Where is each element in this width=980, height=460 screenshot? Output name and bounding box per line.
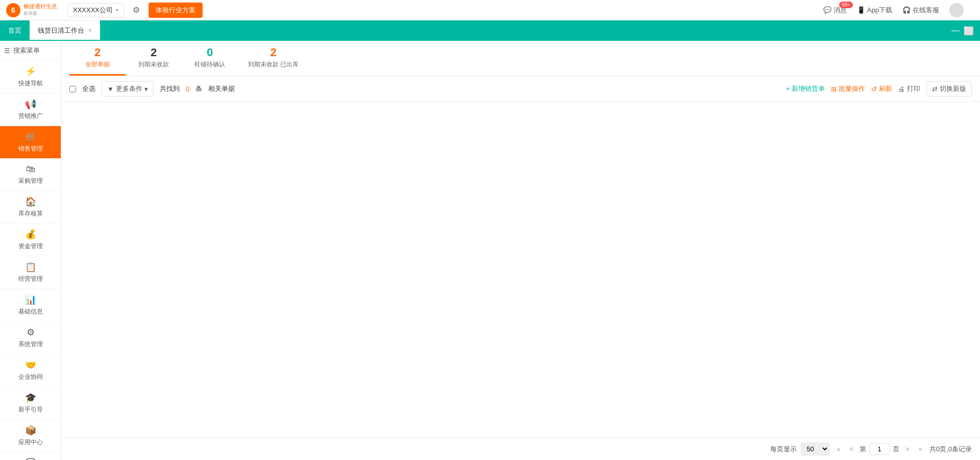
guide-icon: 🎓: [25, 392, 36, 403]
app-download-item[interactable]: 📱 App下载: [857, 6, 892, 15]
avatar[interactable]: [949, 3, 964, 17]
sidebar-item-enterprise[interactable]: 🤝 企业协同: [0, 354, 61, 387]
trial-button[interactable]: 体验行业方案: [149, 3, 203, 18]
purchase-label: 采购管理: [18, 177, 43, 185]
wechat-icon: 💬: [25, 457, 36, 460]
tab-bar-right: — ⬜: [951, 26, 980, 36]
tab-active[interactable]: 钱货日清工作台 ×: [30, 20, 100, 41]
message-badge: 99+: [839, 2, 853, 8]
next-page-btn[interactable]: >: [902, 444, 913, 454]
sidebar-item-finance[interactable]: 💰 资金管理: [0, 224, 61, 256]
switch-btn[interactable]: ⇄ 切换新版: [926, 81, 972, 96]
table-area: [61, 102, 980, 438]
online-service-label: 在线客服: [913, 6, 939, 15]
tab-minimize-btn[interactable]: —: [951, 26, 960, 35]
inventory-icon: 🏠: [25, 196, 36, 207]
stat-num-all: 2: [94, 46, 101, 59]
enterprise-label: 企业协同: [18, 373, 43, 381]
print-label: 打印: [907, 84, 920, 93]
guide-label: 新手引导: [18, 405, 43, 414]
total-label: 共0页,0条记录: [929, 445, 972, 454]
online-service-item[interactable]: 🎧 在线客服: [902, 6, 939, 15]
stat-num-overdue-out: 2: [271, 46, 277, 59]
sidebar-item-basic-info[interactable]: 📊 基础信息: [0, 289, 61, 322]
message-item[interactable]: 💬 消息 99+: [823, 6, 847, 15]
select-all-checkbox[interactable]: [69, 86, 76, 92]
header-right: 💬 消息 99+ 📱 App下载 🎧 在线客服: [823, 3, 974, 17]
finance-icon: 💰: [25, 229, 36, 240]
tab-home[interactable]: 首页: [0, 20, 30, 41]
search-icon: ☰: [4, 47, 10, 55]
stat-label-overdue-out: 到期未收款 已出库: [248, 60, 299, 69]
stat-tab-overdue[interactable]: 2 到期未收款: [126, 41, 182, 76]
operations-icon: 📋: [25, 261, 36, 273]
switch-label: 切换新版: [940, 84, 966, 93]
logo-icon: 6: [6, 3, 20, 17]
refresh-icon: ↺: [871, 85, 877, 93]
sidebar-item-operations[interactable]: 📋 经营管理: [0, 256, 61, 289]
refresh-btn[interactable]: ↺ 刷新: [871, 84, 892, 93]
select-all-label: 全选: [82, 84, 95, 93]
operations-label: 经营管理: [18, 275, 43, 283]
toolbar: 全选 ▼ 更多条件 ▾ 共找到 0 条 相关单据 + 新增销货单 ⊞ 批量操作: [61, 76, 980, 102]
sidebar-items: ⚡ 快捷导航 📢 营销推广 🛒 销售管理 🛍 采购管理 🏠 库存核算 💰 资金管…: [0, 61, 61, 460]
tab-close-icon[interactable]: ×: [88, 27, 92, 34]
company-dropdown-arrow: ▾: [116, 7, 118, 13]
basic-info-icon: 📊: [25, 294, 36, 305]
page-input[interactable]: [869, 443, 890, 455]
sidebar-search[interactable]: ☰ 搜索菜单: [0, 41, 61, 61]
add-sales-btn[interactable]: + 新增销货单: [784, 84, 825, 93]
sidebar-item-purchase[interactable]: 🛍 采购管理: [0, 159, 61, 191]
sidebar-item-inventory[interactable]: 🏠 库存核算: [0, 191, 61, 224]
filter-dropdown-icon: ▾: [144, 85, 148, 93]
print-btn[interactable]: 🖨 打印: [898, 84, 920, 93]
per-page-select[interactable]: 50 100 200: [801, 443, 829, 455]
found-unit: 条: [195, 84, 202, 93]
tab-bar: 首页 钱货日清工作台 × — ⬜: [0, 20, 980, 41]
main-content: 2 全部单据 2 到期未收款 0 旺铺待确认 2 到期未收款 已出库 全选 ▼ …: [61, 41, 980, 460]
footer: 每页显示 50 100 200 « < 第 页 > » 共0页,0条记录: [61, 438, 980, 460]
stat-tabs: 2 全部单据 2 到期未收款 0 旺铺待确认 2 到期未收款 已出库: [61, 41, 980, 76]
per-page-label: 每页显示: [770, 445, 797, 454]
first-page-btn[interactable]: «: [834, 444, 843, 454]
stat-tab-pending[interactable]: 0 旺铺待确认: [182, 41, 238, 76]
marketing-label: 营销推广: [18, 112, 43, 120]
stat-tab-overdue-out[interactable]: 2 到期未收款 已出库: [238, 41, 309, 76]
sidebar-item-wechat[interactable]: 💬 企业微信: [0, 452, 61, 460]
stat-label-overdue: 到期未收款: [138, 60, 169, 69]
settings-button[interactable]: ⚙: [129, 3, 143, 17]
stat-tab-all[interactable]: 2 全部单据: [69, 41, 126, 76]
quick-nav-icon: ⚡: [25, 66, 36, 77]
found-count: 0: [186, 85, 189, 93]
main-layout: ☰ 搜索菜单 ⚡ 快捷导航 📢 营销推广 🛒 销售管理 🛍 采购管理 🏠 库存核…: [0, 41, 980, 460]
service-icon: 🎧: [902, 6, 911, 14]
batch-icon: ⊞: [831, 85, 837, 93]
batch-btn[interactable]: ⊞ 批量操作: [831, 84, 865, 93]
tab-active-label: 钱货日清工作台: [38, 26, 84, 35]
sidebar-item-guide[interactable]: 🎓 新手引导: [0, 387, 61, 420]
found-prefix: 共找到: [160, 84, 180, 93]
top-header: 6 畅捷通好生意 标准版 XXXXXX公司 ▾ ⚙ 体验行业方案 💬 消息 99…: [0, 0, 980, 20]
sidebar-item-system[interactable]: ⚙ 系统管理: [0, 322, 61, 354]
filter-label: 更多条件: [116, 84, 142, 93]
purchase-icon: 🛍: [26, 164, 35, 175]
sidebar-item-sales[interactable]: 🛒 销售管理: [0, 126, 61, 159]
prev-page-btn[interactable]: <: [847, 444, 857, 454]
sidebar-item-quick-nav[interactable]: ⚡ 快捷导航: [0, 61, 61, 93]
sidebar-item-app-center[interactable]: 📦 应用中心: [0, 420, 61, 452]
search-label: 搜索菜单: [13, 46, 40, 55]
app-center-label: 应用中心: [18, 438, 43, 447]
company-selector[interactable]: XXXXXX公司 ▾: [67, 3, 124, 17]
sidebar-item-marketing[interactable]: 📢 营销推广: [0, 93, 61, 126]
logo-area: 6 畅捷通好生意 标准版: [6, 3, 67, 17]
enterprise-icon: 🤝: [25, 359, 36, 371]
last-page-btn[interactable]: »: [916, 444, 925, 454]
page-nav: « < 第 页 > »: [834, 443, 925, 455]
basic-info-label: 基础信息: [18, 307, 43, 316]
message-icon: 💬: [823, 6, 831, 14]
tab-maximize-btn[interactable]: ⬜: [964, 26, 974, 36]
refresh-label: 刷新: [879, 84, 892, 93]
page-label: 第: [860, 445, 866, 454]
stat-label-pending: 旺铺待确认: [194, 60, 225, 69]
filter-button[interactable]: ▼ 更多条件 ▾: [102, 81, 154, 96]
